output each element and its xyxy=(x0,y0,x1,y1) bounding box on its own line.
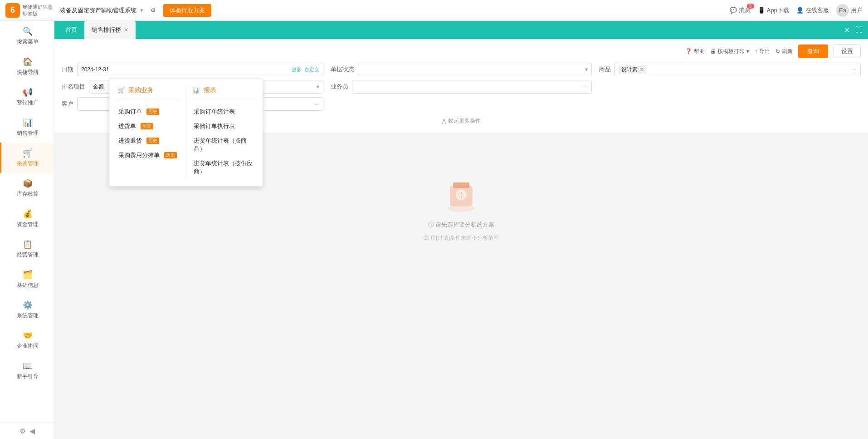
date-filter: 日期 2024-12-31 更多 自定义 xyxy=(62,63,323,76)
history-badge-2: 历史 xyxy=(146,138,159,144)
staff-label: 业务员 xyxy=(331,83,348,91)
cooperation-icon: 🤝 xyxy=(23,330,33,340)
purchase-section-icon: 🛒 xyxy=(117,86,126,95)
goods-input[interactable]: 设计素 ✕ ··· xyxy=(614,63,861,76)
date-more-link[interactable]: 更多 xyxy=(292,66,302,73)
dropdown-col-report: 📊 报表 采购订单统计表 采购订单执行表 进货单统计表（按商品） xyxy=(192,86,256,179)
sidebar-item-basic-info[interactable]: 🗂️ 基础信息 xyxy=(0,264,54,295)
svg-text::(: :( xyxy=(458,191,463,198)
page-content: ❓ 帮助 🖨 按模板打印 ▾ ↑ 导出 ↻ 刷新 xyxy=(54,39,868,439)
messages-btn[interactable]: 💬 消息 9 xyxy=(730,6,751,15)
status-dots: ▾ xyxy=(585,66,588,73)
sales-icon: 📊 xyxy=(23,118,33,128)
goods-label: 商品 xyxy=(599,65,611,74)
footer-collapse-btn[interactable]: ◀ xyxy=(29,427,35,435)
date-input[interactable]: 2024-12-31 更多 自定义 xyxy=(77,63,323,76)
goods-tag-close[interactable]: ✕ xyxy=(639,66,644,73)
collapse-up-icon: ⋀ xyxy=(442,118,446,124)
help-btn[interactable]: ❓ 帮助 xyxy=(685,48,705,55)
rank-label: 排名项目 xyxy=(62,83,85,91)
basic-info-icon: 🗂️ xyxy=(23,270,33,280)
logo-area: 6 畅捷通好生意 标准版 xyxy=(5,3,60,18)
settings-button[interactable]: 设置 xyxy=(834,44,861,58)
footer-settings-btn[interactable]: ⚙ xyxy=(20,427,26,435)
goods-filter: 商品 设计素 ✕ ··· xyxy=(599,63,861,76)
report-section-title: 📊 报表 xyxy=(192,86,256,99)
purchase-expense-item[interactable]: 采购费用分摊单 历史 xyxy=(117,148,180,163)
customer-label: 客户 xyxy=(62,100,73,108)
sidebar-item-search[interactable]: 🔍 搜索菜单 xyxy=(0,21,54,51)
empty-hint1: ① 请先选择要分析的方案 xyxy=(428,221,495,229)
empty-illustration: :( xyxy=(439,170,484,215)
sidebar-item-inventory[interactable]: 📦 库存核算 xyxy=(0,173,54,203)
tab-close-window-btn[interactable]: ✕ xyxy=(842,26,852,35)
filter-row-1: 日期 2024-12-31 更多 自定义 单据状态 xyxy=(62,63,861,76)
content-area: 首页 销售排行榜 ✕ ✕ ⛶ ❓ 帮助 xyxy=(54,21,868,439)
staff-filter: 业务员 ··· xyxy=(331,80,592,94)
app-download-btn[interactable]: 📱 App下载 xyxy=(758,6,789,15)
sidebar-item-sales[interactable]: 📊 销售管理 xyxy=(0,112,54,143)
help-icon: ❓ xyxy=(685,48,692,54)
tab-bar: 首页 销售排行榜 ✕ ✕ ⛶ xyxy=(54,21,868,39)
top-center: 装备及固定资产辅助管理系统 ▾ ⚙ 体验行业方案 xyxy=(60,4,730,17)
sidebar-item-quick-nav[interactable]: 🏠 快捷导航 xyxy=(0,51,54,82)
guide-icon: 📖 xyxy=(23,361,33,371)
search-icon: 🔍 xyxy=(23,26,33,36)
purchase-order-item[interactable]: 采购订单 历史 xyxy=(117,104,180,119)
system-title: 装备及固定资产辅助管理系统 xyxy=(60,6,137,15)
sidebar-item-operations[interactable]: 📋 经营管理 xyxy=(0,234,54,264)
trial-button[interactable]: 体验行业方案 xyxy=(163,4,211,17)
staff-input[interactable]: ··· xyxy=(352,80,592,94)
sidebar-item-marketing[interactable]: 📢 营销推广 xyxy=(0,82,54,112)
return-goods-item[interactable]: 进货退货 历史 xyxy=(117,133,180,148)
date-custom-link[interactable]: 自定义 xyxy=(304,66,319,73)
sidebar: 🔍 搜索菜单 🏠 快捷导航 📢 营销推广 📊 销售管理 🛒 采购管理 📦 库存核… xyxy=(0,21,54,439)
tab-home[interactable]: 首页 xyxy=(58,21,84,39)
sidebar-item-system[interactable]: ⚙️ 系统管理 xyxy=(0,295,54,325)
main-layout: 🔍 搜索菜单 🏠 快捷导航 📢 营销推广 📊 销售管理 🛒 采购管理 📦 库存核… xyxy=(0,21,868,439)
sidebar-item-guide[interactable]: 📖 新手引导 xyxy=(0,355,54,386)
purchase-dropdown-menu: 🛒 采购业务 采购订单 历史 进货单 历史 进货退货 xyxy=(109,78,263,187)
purchase-order-exec-item[interactable]: 采购订单执行表 xyxy=(192,119,256,133)
svg-rect-2 xyxy=(453,183,469,188)
status-input[interactable]: ▾ xyxy=(358,63,592,76)
tab-sales-rank[interactable]: 销售排行榜 ✕ xyxy=(84,21,136,39)
export-icon: ↑ xyxy=(755,48,757,54)
customer-dots: ··· xyxy=(315,101,319,107)
avatar: Ea xyxy=(836,4,849,17)
filter-toolbar: ❓ 帮助 🖨 按模板打印 ▾ ↑ 导出 ↻ 刷新 xyxy=(62,44,861,58)
system-dropdown-arrow[interactable]: ▾ xyxy=(140,7,143,14)
date-label: 日期 xyxy=(62,65,73,74)
system-icon: ⚙️ xyxy=(23,300,33,310)
inbound-stats-goods-item[interactable]: 进货单统计表（按商品） xyxy=(192,133,256,156)
sidebar-item-cooperation[interactable]: 🤝 企业协同 xyxy=(0,325,54,355)
dropdown-col-purchase: 🛒 采购业务 采购订单 历史 进货单 历史 进货退货 xyxy=(117,86,180,179)
rank-dropdown-icon: ▾ xyxy=(317,84,319,90)
status-filter: 单据状态 ▾ xyxy=(331,63,592,76)
marketing-icon: 📢 xyxy=(23,87,33,97)
purchase-order-stats-item[interactable]: 采购订单统计表 xyxy=(192,104,256,119)
refresh-btn[interactable]: ↻ 刷新 xyxy=(775,48,793,55)
settings-icon-btn[interactable]: ⚙ xyxy=(147,4,160,17)
history-badge-1: 历史 xyxy=(141,123,153,129)
print-btn[interactable]: 🖨 按模板打印 ▾ xyxy=(710,48,749,55)
sidebar-item-purchase[interactable]: 🛒 采购管理 xyxy=(0,143,54,173)
refresh-icon: ↻ xyxy=(775,48,780,54)
export-btn[interactable]: ↑ 导出 xyxy=(755,48,770,55)
message-icon: 💬 xyxy=(730,7,737,14)
inbound-stats-supplier-item[interactable]: 进货单统计表（按供应商） xyxy=(192,156,256,179)
logo-text: 畅捷通好生意 标准版 xyxy=(23,4,53,17)
goods-tag: 设计素 ✕ xyxy=(619,65,647,74)
tab-actions: ✕ ⛶ xyxy=(842,26,864,35)
logo-icon: 6 xyxy=(5,3,20,18)
sidebar-item-finance[interactable]: 💰 资金管理 xyxy=(0,203,54,234)
online-service-btn[interactable]: 👤 在线客服 xyxy=(796,6,829,15)
query-button[interactable]: 查询 xyxy=(798,44,828,58)
tab-expand-btn[interactable]: ⛶ xyxy=(853,26,864,34)
dropdown-cols: 🛒 采购业务 采购订单 历史 进货单 历史 进货退货 xyxy=(117,86,255,179)
top-bar: 6 畅捷通好生意 标准版 装备及固定资产辅助管理系统 ▾ ⚙ 体验行业方案 💬 … xyxy=(0,0,868,21)
inbound-order-item[interactable]: 进货单 历史 xyxy=(117,119,180,133)
tab-close-icon[interactable]: ✕ xyxy=(124,27,128,33)
user-menu-btn[interactable]: Ea 用户 xyxy=(836,4,863,17)
messages-badge: 9 xyxy=(747,4,754,9)
